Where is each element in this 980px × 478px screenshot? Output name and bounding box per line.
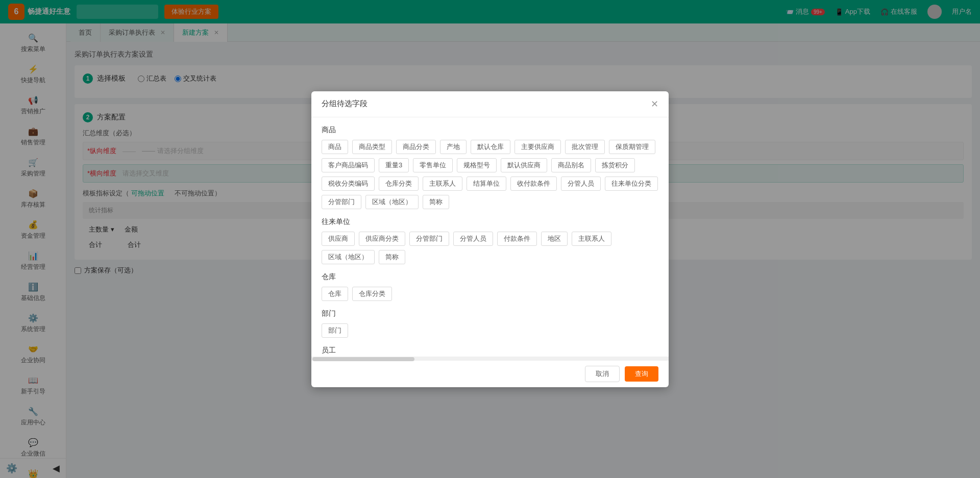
field-tag[interactable]: 拣货积分 bbox=[595, 158, 635, 172]
field-tag[interactable]: 分管部门 bbox=[409, 232, 449, 246]
field-tag[interactable]: 税收分类编码 bbox=[322, 177, 375, 191]
field-tags-往来单位: 供应商供应商分类分管部门分管人员付款条件地区主联系人区域（地区）简称 bbox=[322, 232, 658, 264]
field-tags-商品: 商品商品类型商品分类产地默认仓库主要供应商批次管理保质期管理客户商品编码重量3零… bbox=[322, 140, 658, 209]
section-title-部门: 部门 bbox=[322, 309, 658, 318]
field-tag[interactable]: 仓库分类 bbox=[352, 287, 392, 301]
field-tag[interactable]: 商品类型 bbox=[352, 140, 392, 154]
field-tag[interactable]: 主要供应商 bbox=[514, 140, 561, 154]
section-title-往来单位: 往来单位 bbox=[322, 217, 658, 227]
field-tag[interactable]: 主联系人 bbox=[572, 232, 611, 246]
field-tag[interactable]: 零售单位 bbox=[413, 158, 453, 172]
field-tag[interactable]: 商品分类 bbox=[396, 140, 436, 154]
field-tag[interactable]: 默认供应商 bbox=[501, 158, 547, 172]
field-tag[interactable]: 商品 bbox=[322, 140, 348, 154]
field-tag[interactable]: 结算单位 bbox=[467, 177, 506, 191]
section-title-员工: 员工 bbox=[322, 346, 658, 355]
field-section-往来单位: 往来单位供应商供应商分类分管部门分管人员付款条件地区主联系人区域（地区）简称 bbox=[322, 217, 658, 264]
field-section-商品: 商品商品商品类型商品分类产地默认仓库主要供应商批次管理保质期管理客户商品编码重量… bbox=[322, 125, 658, 209]
modal-footer: 取消 查询 bbox=[311, 360, 669, 387]
field-tag[interactable]: 分管人员 bbox=[453, 232, 493, 246]
modal-scrollbar[interactable] bbox=[311, 357, 669, 360]
field-tag[interactable]: 保质期管理 bbox=[609, 140, 655, 154]
field-tag[interactable]: 分管人员 bbox=[561, 177, 601, 191]
modal-close-btn[interactable]: ✕ bbox=[651, 98, 658, 110]
modal-overlay: 分组待选字段 ✕ 商品商品商品类型商品分类产地默认仓库主要供应商批次管理保质期管… bbox=[0, 0, 980, 478]
field-tags-部门: 部门 bbox=[322, 323, 658, 338]
field-tag[interactable]: 地区 bbox=[541, 232, 568, 246]
field-tag[interactable]: 区域（地区） bbox=[322, 250, 375, 264]
field-tag[interactable]: 往来单位分类 bbox=[605, 177, 658, 191]
field-select-modal: 分组待选字段 ✕ 商品商品商品类型商品分类产地默认仓库主要供应商批次管理保质期管… bbox=[311, 91, 669, 387]
field-tags-仓库: 仓库仓库分类 bbox=[322, 287, 658, 301]
field-tag[interactable]: 简称 bbox=[379, 250, 405, 264]
field-tag[interactable]: 默认仓库 bbox=[471, 140, 510, 154]
field-tag[interactable]: 区域（地区） bbox=[365, 195, 419, 209]
field-tag[interactable]: 部门 bbox=[322, 323, 348, 338]
field-tag[interactable]: 收付款条件 bbox=[510, 177, 557, 191]
field-tag[interactable]: 规格型号 bbox=[457, 158, 497, 172]
confirm-button[interactable]: 查询 bbox=[625, 366, 658, 382]
field-tag[interactable]: 分管部门 bbox=[322, 195, 361, 209]
field-tag[interactable]: 批次管理 bbox=[565, 140, 605, 154]
field-tag[interactable]: 供应商 bbox=[322, 232, 355, 246]
field-tag[interactable]: 客户商品编码 bbox=[322, 158, 375, 172]
field-tag[interactable]: 付款条件 bbox=[497, 232, 537, 246]
field-tag[interactable]: 仓库 bbox=[322, 287, 348, 301]
field-tag[interactable]: 重量3 bbox=[379, 158, 409, 172]
field-tag[interactable]: 商品别名 bbox=[551, 158, 591, 172]
field-section-仓库: 仓库仓库仓库分类 bbox=[322, 272, 658, 301]
modal-body: 商品商品商品类型商品分类产地默认仓库主要供应商批次管理保质期管理客户商品编码重量… bbox=[311, 117, 669, 357]
field-section-员工: 员工业务员 bbox=[322, 346, 658, 357]
field-tag[interactable]: 产地 bbox=[440, 140, 467, 154]
field-tag[interactable]: 供应商分类 bbox=[359, 232, 405, 246]
cancel-button[interactable]: 取消 bbox=[585, 366, 620, 382]
field-tag[interactable]: 仓库分类 bbox=[379, 177, 419, 191]
section-title-仓库: 仓库 bbox=[322, 272, 658, 282]
modal-title: 分组待选字段 bbox=[322, 99, 368, 109]
field-tag[interactable]: 主联系人 bbox=[423, 177, 462, 191]
modal-header: 分组待选字段 ✕ bbox=[311, 91, 669, 117]
section-title-商品: 商品 bbox=[322, 125, 658, 135]
modal-scrollbar-thumb[interactable] bbox=[312, 357, 414, 361]
field-section-部门: 部门部门 bbox=[322, 309, 658, 338]
field-tag[interactable]: 简称 bbox=[423, 195, 449, 209]
